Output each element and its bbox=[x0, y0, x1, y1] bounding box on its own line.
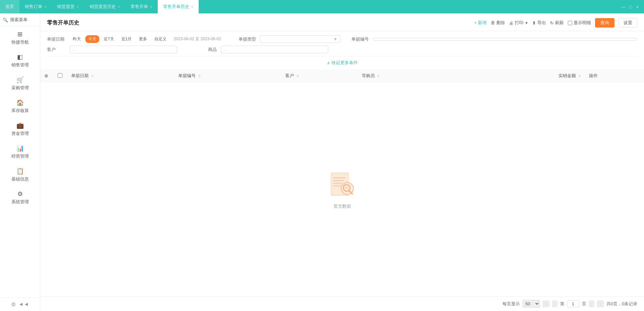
sidebar-item-finance[interactable]: 💼 资金管理 bbox=[0, 118, 40, 141]
page-input[interactable] bbox=[567, 300, 579, 307]
sidebar-bottom: ⚙ ◄◄ bbox=[0, 298, 40, 311]
bill-type-select[interactable]: ▼ bbox=[260, 35, 341, 43]
delete-button[interactable]: 🗑 删除 bbox=[491, 20, 505, 26]
settings-button[interactable]: 设置 bbox=[618, 18, 637, 28]
print-dropdown-icon: ▼ bbox=[525, 21, 528, 25]
window-close[interactable]: × bbox=[636, 4, 639, 9]
bill-no-label: 单据编号 bbox=[351, 36, 369, 42]
first-page-btn[interactable]: ⟨⟨ bbox=[543, 301, 549, 307]
ops-icon: 📊 bbox=[16, 145, 24, 152]
sort-icon[interactable]: ⇅ bbox=[578, 74, 581, 78]
col-customer: 客户 ⇅ bbox=[281, 70, 358, 82]
sales-mgmt-icon: ◧ bbox=[17, 53, 23, 61]
tab-retail-open[interactable]: 零售开单 × bbox=[125, 0, 157, 13]
col-customer-label: 客户 bbox=[285, 73, 294, 78]
table-settings-icon[interactable]: ⚙ bbox=[44, 73, 48, 79]
customer-label: 客户 bbox=[47, 47, 66, 53]
inventory-icon: 🏠 bbox=[16, 99, 24, 106]
window-controls: — □ × bbox=[621, 4, 644, 9]
col-amount: 实销金额 ⇅ bbox=[478, 70, 585, 82]
page-suffix: 页 bbox=[582, 301, 586, 307]
sidebar-item-quick-nav[interactable]: ⊞ 快捷导航 bbox=[0, 27, 40, 49]
sidebar-collapse-btn[interactable]: ◄◄ bbox=[18, 301, 29, 308]
col-action: 操作 bbox=[585, 70, 644, 82]
tab-retail-open-history[interactable]: 零售开单历史 × bbox=[158, 0, 199, 13]
prev-page-btn[interactable]: ⟨ bbox=[552, 301, 557, 307]
content-area: 零售开单历史 + 新增 🗑 删除 🖨 打印 ▼ ⬆ 导出 ↻ 刷新 bbox=[40, 13, 644, 311]
toolbar: + 新增 🗑 删除 🖨 打印 ▼ ⬆ 导出 ↻ 刷新 显示明细 bbox=[474, 18, 637, 28]
sidebar-item-purchase-mgmt[interactable]: 🛒 采购管理 bbox=[0, 72, 40, 95]
tab-close-icon[interactable]: × bbox=[191, 5, 193, 9]
print-button[interactable]: 🖨 打印 ▼ bbox=[509, 20, 528, 26]
empty-state: 暂无数据 bbox=[40, 82, 644, 296]
quick-nav-icon: ⊞ bbox=[17, 31, 22, 38]
sidebar-item-base-info[interactable]: 📋 基础信息 bbox=[0, 163, 40, 186]
query-button[interactable]: 查询 bbox=[595, 18, 614, 28]
window-min[interactable]: — bbox=[621, 4, 626, 9]
col-no-label: 单据编号 bbox=[178, 73, 196, 78]
date-btn-yesterday[interactable]: 昨天 bbox=[70, 35, 84, 43]
window-max[interactable]: □ bbox=[630, 4, 632, 9]
col-action-label: 操作 bbox=[589, 73, 598, 78]
col-salesperson-label: 导购员 bbox=[362, 73, 375, 78]
last-page-btn[interactable]: ⟩⟩ bbox=[597, 301, 604, 307]
nav-tabs: 首页 销售订单 × 销货退货 × 销货退货历史 × 零售开单 × 零售开单历史 … bbox=[0, 0, 621, 13]
bill-no-input[interactable] bbox=[373, 38, 637, 41]
sidebar-item-ops[interactable]: 📊 经营管理 bbox=[0, 141, 40, 163]
sidebar: 🔍 搜索菜单 ⊞ 快捷导航 ◧ 销售管理 🛒 采购管理 🏠 库存核算 💼 资金管… bbox=[0, 13, 40, 311]
tab-close-icon[interactable]: × bbox=[44, 5, 46, 9]
sort-icon[interactable]: ⇅ bbox=[91, 74, 94, 78]
page-label: 第 bbox=[560, 301, 564, 307]
per-page-select[interactable]: 50 100 200 bbox=[523, 300, 540, 308]
bill-type-label: 单据类型 bbox=[239, 36, 256, 42]
goods-label: 商品 bbox=[208, 47, 217, 53]
data-table: ⚙ 单据日期 ⇅ 单据编号 ⇅ bbox=[40, 70, 644, 82]
table-area: ⚙ 单据日期 ⇅ 单据编号 ⇅ bbox=[40, 70, 644, 296]
tab-close-icon[interactable]: × bbox=[118, 5, 120, 9]
tab-sales-return-history[interactable]: 销货退货历史 × bbox=[84, 0, 125, 13]
filter-area: 单据日期 昨天 今天 近7天 近1月 更多 自定义 2023-06-02 至 2… bbox=[40, 31, 644, 70]
sidebar-settings-btn[interactable]: ⚙ bbox=[11, 301, 16, 308]
sort-icon[interactable]: ⇅ bbox=[377, 74, 380, 78]
sidebar-search[interactable]: 🔍 搜索菜单 bbox=[0, 13, 40, 27]
date-btn-last1month[interactable]: 近1月 bbox=[118, 35, 135, 43]
refresh-icon: ↻ bbox=[550, 20, 554, 25]
main-layout: 🔍 搜索菜单 ⊞ 快捷导航 ◧ 销售管理 🛒 采购管理 🏠 库存核算 💼 资金管… bbox=[0, 13, 644, 311]
tab-close-icon[interactable]: × bbox=[77, 5, 79, 9]
sort-icon[interactable]: ⇅ bbox=[198, 74, 201, 78]
refresh-button[interactable]: ↻ 刷新 bbox=[550, 20, 564, 26]
collapse-area: ∧ 收起更多条件 bbox=[47, 56, 637, 66]
tab-sales-return[interactable]: 销货退货 × bbox=[52, 0, 84, 13]
sidebar-item-inventory[interactable]: 🏠 库存核算 bbox=[0, 95, 40, 118]
per-page-label: 每页显示 bbox=[502, 301, 520, 307]
sys-mgmt-icon: ⚙ bbox=[17, 190, 23, 198]
date-btn-last7[interactable]: 近7天 bbox=[101, 35, 117, 43]
display-detail-toggle[interactable]: 显示明细 bbox=[568, 20, 591, 26]
date-btn-today[interactable]: 今天 bbox=[85, 35, 99, 43]
top-nav: 首页 销售订单 × 销货退货 × 销货退货历史 × 零售开单 × 零售开单历史 … bbox=[0, 0, 644, 13]
col-amount-label: 实销金额 bbox=[558, 73, 576, 78]
select-all-checkbox[interactable] bbox=[58, 73, 62, 78]
customer-input[interactable]: ... bbox=[70, 46, 177, 53]
tab-close-icon[interactable]: × bbox=[150, 5, 152, 9]
col-no: 单据编号 ⇅ bbox=[174, 70, 281, 82]
tab-home[interactable]: 首页 bbox=[0, 0, 19, 13]
next-page-btn[interactable]: ⟩ bbox=[589, 301, 594, 307]
pagination: 每页显示 50 100 200 ⟨⟨ ⟨ 第 页 ⟩ ⟩⟩ 共0页，0条记录 bbox=[40, 296, 644, 311]
sidebar-item-sys-mgmt[interactable]: ⚙ 系统管理 bbox=[0, 186, 40, 209]
col-salesperson: 导购员 ⇅ bbox=[358, 70, 449, 82]
sidebar-item-sales-mgmt[interactable]: ◧ 销售管理 bbox=[0, 49, 40, 72]
collapse-button[interactable]: ∧ 收起更多条件 bbox=[327, 60, 358, 66]
total-info: 共0页，0条记录 bbox=[606, 301, 637, 307]
page-title: 零售开单历史 bbox=[47, 19, 79, 27]
bill-type-dropdown-icon: ▼ bbox=[333, 37, 338, 42]
tab-sales-order[interactable]: 销售订单 × bbox=[19, 0, 52, 13]
goods-input[interactable]: ... bbox=[221, 46, 328, 53]
display-detail-checkbox[interactable] bbox=[568, 21, 572, 25]
date-btn-custom[interactable]: 自定义 bbox=[151, 35, 169, 43]
add-button[interactable]: + 新增 bbox=[474, 20, 487, 26]
export-button[interactable]: ⬆ 导出 bbox=[532, 20, 546, 26]
sort-icon[interactable]: ⇅ bbox=[296, 74, 299, 78]
date-btn-more[interactable]: 更多 bbox=[136, 35, 150, 43]
col-checkbox bbox=[54, 70, 67, 82]
